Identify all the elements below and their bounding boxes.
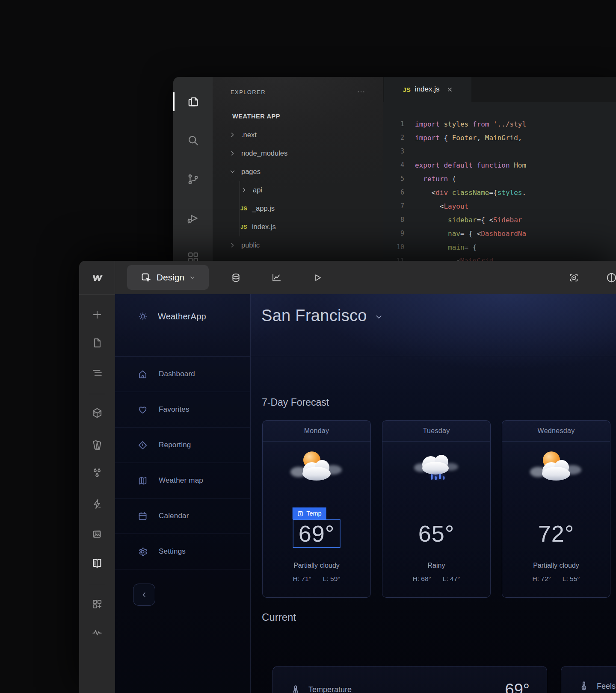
- nav-item-settings[interactable]: Settings: [115, 534, 250, 569]
- code-line-4: 4export default function Hom: [383, 158, 616, 172]
- code-line-8: 8 sidebar={ <Sidebar: [383, 213, 616, 227]
- line-number: 5: [383, 175, 415, 183]
- forecast-card-tuesday[interactable]: Tuesday 65°RainyH: 68°L: 47°: [382, 420, 491, 598]
- temperature-value[interactable]: Temp69°: [293, 519, 341, 548]
- project-name[interactable]: WEATHER APP: [213, 97, 383, 120]
- tree-item-public[interactable]: public: [213, 236, 383, 254]
- tab-index-js[interactable]: JS index.js: [384, 77, 471, 102]
- source-control-icon[interactable]: [173, 160, 213, 199]
- audit-pulse-icon[interactable]: [88, 623, 107, 642]
- apps-grid-icon[interactable]: [88, 595, 107, 613]
- pages-icon[interactable]: [88, 333, 107, 352]
- chevron-right-icon: [240, 186, 248, 194]
- chevron-right-icon: [229, 150, 236, 157]
- alert-diamond-icon: [137, 440, 148, 451]
- selection-label[interactable]: Temp: [292, 507, 326, 519]
- sun-cloud-illustration: [284, 445, 349, 492]
- forecast-card-monday[interactable]: Monday Temp69°Partially cloudyH: 71°L: 5…: [262, 420, 371, 598]
- js-file-icon: JS: [403, 86, 411, 93]
- forecast-card-wednesday[interactable]: Wednesday 72°Partially cloudyH: 72°L: 55…: [502, 420, 610, 598]
- tree-item-label: .next: [241, 131, 257, 139]
- line-number: 7: [383, 202, 415, 210]
- js-file-icon: JS: [240, 224, 247, 230]
- design-canvas[interactable]: WeatherApp DashboardFavoritesReportingWe…: [115, 294, 616, 693]
- code-line-6: 6 <div className={styles.: [383, 186, 616, 199]
- library-book-icon[interactable]: [88, 554, 107, 573]
- temperature-value[interactable]: 65°: [413, 519, 460, 548]
- chevron-right-icon: [229, 131, 236, 139]
- low-value: L: 55°: [563, 575, 580, 583]
- profile-circle-icon[interactable]: [601, 268, 616, 287]
- style-swatches-icon[interactable]: [88, 436, 107, 454]
- tree-item-label: _app.js: [252, 204, 275, 212]
- style-drops-icon[interactable]: [88, 463, 107, 482]
- add-element-icon[interactable]: [88, 305, 107, 324]
- location-selector[interactable]: San Francisco: [261, 307, 383, 325]
- temp-tag-icon: [297, 510, 303, 517]
- high-low: H: 71°L: 59°: [263, 575, 370, 583]
- nav-item-calendar[interactable]: Calendar: [115, 498, 250, 534]
- weather-main: San Francisco 7-Day Forecast Monday Temp…: [251, 294, 616, 693]
- low-value: L: 47°: [443, 575, 460, 583]
- explorer-more-icon[interactable]: [356, 87, 366, 97]
- tab-strip: JS index.js: [383, 77, 616, 102]
- sidebar-collapse-button[interactable]: [133, 584, 155, 606]
- nav-item-dashboard[interactable]: Dashboard: [115, 357, 250, 392]
- tree-item-api[interactable]: api: [213, 181, 383, 199]
- line-number: 8: [383, 216, 415, 224]
- components-icon[interactable]: [88, 404, 107, 422]
- webflow-logo[interactable]: [79, 261, 115, 294]
- condition-label: Rainy: [382, 562, 490, 569]
- files-icon[interactable]: [173, 82, 213, 121]
- nav-item-reporting[interactable]: Reporting: [115, 428, 250, 463]
- tree-item-index-js[interactable]: JSindex.js: [213, 218, 383, 236]
- code-area[interactable]: 1import styles from '../styl2import { Fo…: [383, 102, 616, 266]
- explorer-panel: EXPLORER WEATHER APP .nextnode_modulespa…: [213, 77, 383, 266]
- chevron-right-icon: [229, 242, 236, 249]
- interactions-bolt-icon[interactable]: [88, 495, 107, 513]
- tab-close-icon[interactable]: [447, 86, 453, 93]
- navigator-icon[interactable]: [88, 363, 107, 382]
- current-card-feels-like[interactable]: Feels like: [561, 666, 616, 693]
- run-debug-icon[interactable]: [173, 199, 213, 238]
- high-value: H: 72°: [533, 575, 551, 583]
- design-cursor-icon: [140, 272, 152, 283]
- designer-left-rail: [79, 294, 115, 693]
- nav-item-favorites[interactable]: Favorites: [115, 392, 250, 428]
- vscode-window: EXPLORER WEATHER APP .nextnode_modulespa…: [173, 77, 616, 266]
- focus-capture-icon[interactable]: [564, 268, 583, 287]
- code-line-3: 3: [383, 144, 616, 158]
- analytics-chart-icon[interactable]: [267, 268, 286, 287]
- preview-play-icon[interactable]: [307, 268, 327, 287]
- nav-item-label: Dashboard: [159, 370, 195, 378]
- chevron-down-icon: [189, 274, 195, 281]
- day-label: Tuesday: [382, 421, 490, 442]
- weather-app-sidebar: WeatherApp DashboardFavoritesReportingWe…: [115, 294, 251, 693]
- thermometer-icon: [290, 684, 301, 693]
- temperature-value[interactable]: 72°: [533, 519, 580, 548]
- day-label: Monday: [263, 421, 370, 442]
- weather-nav: DashboardFavoritesReportingWeather mapCa…: [115, 356, 250, 569]
- design-mode-button[interactable]: Design: [127, 265, 209, 290]
- tree-item--app-js[interactable]: JS_app.js: [213, 199, 383, 218]
- code-line-2: 2import { Footer, MainGrid,: [383, 131, 616, 144]
- map-icon: [137, 475, 148, 486]
- line-number: 3: [383, 147, 415, 155]
- nav-item-weather-map[interactable]: Weather map: [115, 463, 250, 498]
- line-number: 4: [383, 161, 415, 169]
- brand-label: WeatherApp: [158, 312, 206, 321]
- search-icon[interactable]: [173, 121, 213, 160]
- tree-item-label: public: [241, 241, 260, 249]
- cms-database-icon[interactable]: [226, 268, 246, 287]
- tree-item-node-modules[interactable]: node_modules: [213, 144, 383, 162]
- line-number: 1: [383, 120, 415, 128]
- assets-image-icon[interactable]: [88, 525, 107, 543]
- tree-item--next[interactable]: .next: [213, 126, 383, 144]
- editor-area: JS index.js 1import styles from '../styl…: [383, 77, 616, 266]
- nav-item-label: Settings: [159, 547, 186, 556]
- heart-icon: [137, 404, 148, 415]
- weather-app-brand[interactable]: WeatherApp: [115, 304, 250, 329]
- current-card-temperature[interactable]: Temperature69°: [272, 666, 547, 693]
- line-number: 10: [383, 243, 415, 251]
- tree-item-pages[interactable]: pages: [213, 162, 383, 181]
